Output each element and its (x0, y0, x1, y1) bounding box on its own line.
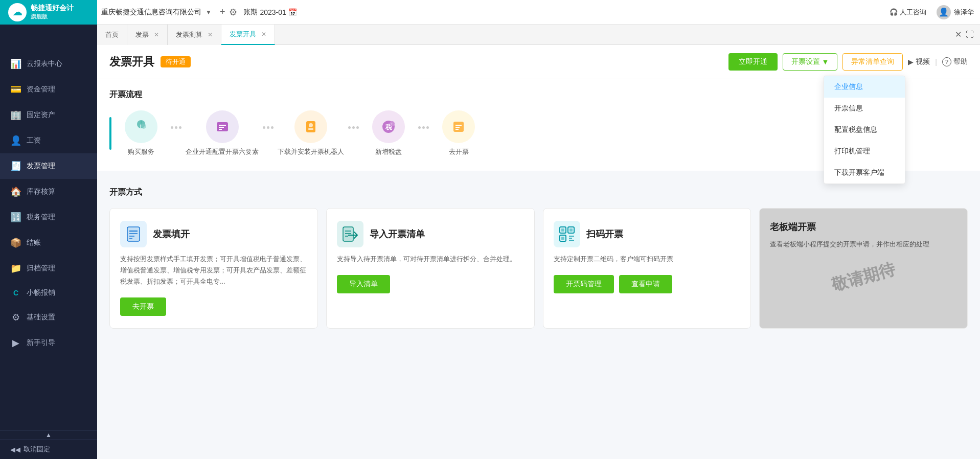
user-avatar: 👤 (937, 5, 951, 19)
fixed-assets-icon: 🏢 (10, 109, 21, 121)
video-label: 视频 (916, 57, 930, 66)
calendar-icon[interactable]: 📅 (288, 8, 297, 16)
sidebar-item-archive-label: 归档管理 (27, 264, 55, 273)
basic-settings-icon: ⚙ (10, 312, 21, 323)
archive-icon: 📁 (10, 263, 21, 274)
sidebar-item-capital[interactable]: 💳 资金管理 (0, 77, 97, 102)
tab-invoice-calc-close[interactable]: ✕ (208, 31, 213, 38)
video-button[interactable]: ▶ 视频 (908, 57, 930, 66)
sidebar: 📊 云报表中心 💳 资金管理 🏢 固定资产 👤 工资 🧾 发票管理 🏠 库存核算… (0, 45, 97, 459)
sidebar-item-tax-label: 税务管理 (27, 213, 55, 222)
dropdown-item-tax-disk[interactable]: 配置税盘信息 (824, 119, 905, 141)
invoice-settings-label: 开票设置 (791, 57, 820, 66)
top-bar: ☁ 畅捷通好会计 旗舰版 重庆畅捷交通信息咨询有限公司 ▼ + ⚙ 账期 202… (0, 0, 980, 25)
tab-invoice-label: 发票 (135, 30, 149, 39)
tax-icon: 🔢 (10, 212, 21, 223)
sidebar-item-invoice-mgmt-label: 发票管理 (27, 162, 55, 171)
activate-button[interactable]: 立即开通 (728, 53, 778, 71)
flow-connector-3 (344, 126, 363, 141)
svg-rect-9 (308, 128, 313, 130)
scan-code-buttons: 开票码管理 查看申请 (554, 271, 741, 293)
step-icon-5 (442, 110, 475, 143)
step-icon-3 (294, 110, 327, 143)
sidebar-item-inventory[interactable]: 🏠 库存核算 (0, 179, 97, 204)
sidebar-item-salary[interactable]: 👤 工资 (0, 128, 97, 153)
inventory-icon: 🏠 (10, 186, 21, 197)
dropdown-item-download-client[interactable]: 下载开票客户端 (824, 162, 905, 183)
period-label: 账期 (243, 8, 258, 17)
view-apply-button[interactable]: 查看申请 (619, 275, 672, 293)
scan-code-icon (554, 221, 580, 247)
top-bar-actions: + ⚙ (220, 7, 238, 18)
sidebar-item-settlement[interactable]: 📦 结账 (0, 230, 97, 256)
methods-section-title: 开票方式 (109, 187, 968, 198)
sidebar-item-tax[interactable]: 🔢 税务管理 (0, 204, 97, 230)
method-card-import-list-header: 导入开票清单 (337, 221, 524, 247)
main-content: 发票开具 待开通 立即开通 开票设置 ▼ → 企业信息 (97, 45, 980, 459)
method-card-scan-code-header: 扫码开票 (554, 221, 741, 247)
import-list-desc: 支持导入待开票清单，可对待开票清单进行拆分、合并处理。 (337, 254, 524, 265)
tab-invoice-close[interactable]: ✕ (154, 31, 159, 38)
user-name: 徐泽华 (954, 8, 974, 17)
method-card-manual-fill: 发票填开 支持按照发票样式手工填开发票；可开具增值税电子普通发票、增值税普通发票… (109, 208, 318, 329)
step-1-label: 购买服务 (128, 147, 154, 156)
printer-label: 打印机管理 (834, 147, 870, 156)
consult-button[interactable]: 🎧 人工咨询 (890, 8, 926, 17)
period-value: 2023-01 (260, 8, 286, 16)
sidebar-item-archive[interactable]: 📁 归档管理 (0, 256, 97, 281)
add-company-btn[interactable]: + (220, 7, 225, 17)
anomaly-list-button[interactable]: 异常清单查询 (842, 53, 903, 71)
sidebar-item-fixed-assets[interactable]: 🏢 固定资产 (0, 102, 97, 128)
flow-step-3: 下载并安装开票机器人 (278, 110, 344, 156)
dropdown-item-invoice-info[interactable]: 开票信息 (824, 98, 905, 119)
sidebar-item-invoice-mgmt[interactable]: 🧾 发票管理 (0, 153, 97, 179)
company-name[interactable]: 重庆畅捷交通信息咨询有限公司 (101, 8, 201, 17)
dropdown-item-printer[interactable]: 打印机管理 (824, 141, 905, 162)
tab-home[interactable]: 首页 (97, 25, 127, 45)
cancel-pin-label: 取消固定 (24, 445, 50, 454)
settings-dropdown-menu: → 企业信息 开票信息 配置税盘信息 打印机管理 (824, 76, 905, 184)
page-title: 发票开具 (109, 54, 154, 70)
invoice-settings-button[interactable]: 开票设置 ▼ (783, 53, 838, 71)
page-title-area: 发票开具 待开通 (109, 54, 191, 70)
method-card-boss-invoice: 老板端开票 查看老板端小程序提交的开票申请，并作出相应的处理 敬请期待 (759, 208, 968, 329)
sidebar-item-basic-settings[interactable]: ⚙ 基础设置 (0, 305, 97, 330)
tab-invoice[interactable]: 发票 ✕ (127, 25, 168, 45)
company-dropdown-icon[interactable]: ▼ (206, 9, 212, 16)
settings-dropdown-arrow: ▼ (822, 58, 829, 66)
pin-icon: ◀◀ (10, 446, 20, 453)
scan-code-desc: 支持定制开票二维码，客户端可扫码开票 (554, 254, 741, 265)
step-2-label: 企业开通配置开票六要素 (186, 147, 259, 156)
tab-expand-btn[interactable]: ⛶ (966, 30, 974, 39)
sidebar-item-cloud-report[interactable]: 📊 云报表中心 (0, 51, 97, 77)
tab-invoice-issue[interactable]: 发票开具 ✕ (221, 25, 275, 45)
user-info[interactable]: 👤 徐泽华 (937, 5, 974, 19)
sidebar-item-new-guide[interactable]: ▶ 新手引导 (0, 330, 97, 356)
capital-icon: 💳 (10, 84, 21, 95)
import-list-title: 导入开票清单 (370, 228, 425, 240)
settings-btn[interactable]: ⚙ (229, 7, 237, 18)
qr-manage-button[interactable]: 开票码管理 (554, 275, 614, 293)
tab-close-btn[interactable]: ✕ (955, 30, 962, 39)
go-invoice-button[interactable]: 去开票 (120, 297, 166, 316)
svg-rect-34 (569, 228, 573, 232)
method-card-scan-code: 扫码开票 支持定制开票二维码，客户端可扫码开票 开票码管理 查看申请 (543, 208, 751, 329)
dropdown-item-company-info[interactable]: 企业信息 (824, 76, 905, 98)
sidebar-item-cloud-report-label: 云报表中心 (27, 59, 62, 68)
import-list-button[interactable]: 导入清单 (337, 275, 390, 293)
top-bar-right: 🎧 人工咨询 👤 徐泽华 (890, 5, 974, 19)
sidebar-scroll-btn[interactable]: ▲ (0, 430, 97, 439)
sidebar-cancel-pin[interactable]: ◀◀ 取消固定 (0, 439, 97, 459)
cloud-report-icon: 📊 (10, 58, 21, 70)
manual-fill-title: 发票填开 (153, 228, 190, 240)
sidebar-item-report-sales[interactable]: C 小畅报销 (0, 281, 97, 305)
method-card-import-list: 导入开票清单 支持导入待开票清单，可对待开票清单进行拆分、合并处理。 导入清单 (326, 208, 535, 329)
manual-fill-desc: 支持按照发票样式手工填开发票；可开具增值税电子普通发票、增值税普通发票、增值税专… (120, 254, 307, 287)
help-button[interactable]: ? 帮助 (942, 57, 968, 66)
tab-invoice-issue-close[interactable]: ✕ (261, 31, 266, 38)
tab-invoice-calc[interactable]: 发票测算 ✕ (168, 25, 221, 45)
report-sales-icon: C (10, 289, 21, 297)
method-card-boss-header: 老板端开票 (770, 221, 957, 233)
sidebar-item-new-guide-label: 新手引导 (27, 338, 55, 348)
sidebar-item-inventory-label: 库存核算 (27, 187, 55, 196)
